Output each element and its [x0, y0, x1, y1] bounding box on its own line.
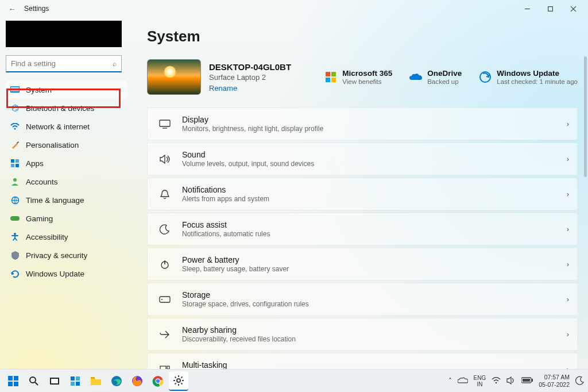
nav-list: System ⌬ Bluetooth & devices Network & i…: [6, 80, 127, 283]
card-power[interactable]: Power & batterySleep, battery usage, bat…: [147, 248, 578, 280]
device-name: DESKTOP-04GL0BT: [209, 62, 291, 72]
windows-update-icon: [479, 71, 492, 83]
nav-label: Bluetooth & devices: [26, 104, 94, 113]
svg-rect-16: [326, 72, 330, 76]
onedrive-tray-icon[interactable]: [458, 377, 468, 385]
svg-point-26: [161, 299, 163, 300]
maximize-button[interactable]: [539, 0, 562, 17]
nav-item-accounts[interactable]: Accounts: [6, 172, 127, 191]
language-indicator[interactable]: ENGIN: [474, 375, 486, 387]
hero-link-update[interactable]: Windows UpdateLast checked: 1 minute ago: [479, 69, 578, 85]
settings-app[interactable]: [169, 371, 188, 391]
widgets-button[interactable]: [65, 371, 85, 391]
nav-label: Gaming: [26, 214, 53, 223]
nav-item-bluetooth[interactable]: ⌬ Bluetooth & devices: [6, 99, 127, 117]
svg-rect-21: [160, 120, 170, 126]
globe-clock-icon: [10, 195, 20, 205]
svg-point-34: [30, 377, 36, 383]
firefox-browser[interactable]: [127, 371, 147, 391]
svg-point-49: [496, 382, 497, 383]
window-controls: [516, 0, 585, 17]
notifications-tray-icon[interactable]: [575, 376, 585, 386]
svg-point-48: [177, 379, 180, 382]
main-content: System DESKTOP-04GL0BT Surface Laptop 2 …: [133, 17, 588, 369]
rename-link[interactable]: Rename: [209, 84, 291, 93]
apps-icon: [10, 159, 20, 168]
clock[interactable]: 07:57 AM05-07-2022: [539, 374, 570, 387]
nav-item-apps[interactable]: Apps: [6, 154, 127, 172]
start-button[interactable]: [3, 371, 23, 391]
tray-chevron-icon[interactable]: ˄: [448, 377, 452, 385]
card-title: Storage: [182, 290, 309, 299]
search-box[interactable]: ⌕: [6, 55, 122, 72]
nav-item-personalisation[interactable]: Personalisation: [6, 136, 127, 154]
svg-rect-51: [532, 379, 533, 382]
nav-label: Privacy & security: [26, 251, 87, 260]
shield-icon: [10, 251, 20, 260]
close-button[interactable]: [562, 0, 585, 17]
card-sub: Discoverability, received files location: [182, 335, 296, 343]
svg-rect-28: [167, 366, 169, 369]
card-sub: Storage space, drives, configuration rul…: [182, 300, 309, 308]
file-explorer[interactable]: [86, 371, 106, 391]
svg-rect-32: [8, 382, 13, 386]
card-sound[interactable]: SoundVolume levels, output, input, sound…: [147, 143, 578, 175]
system-icon: [10, 85, 20, 94]
moon-icon: [158, 224, 172, 235]
svg-point-15: [14, 233, 16, 235]
device-hero: DESKTOP-04GL0BT Surface Laptop 2 Rename …: [147, 59, 578, 95]
wifi-tray-icon[interactable]: [492, 377, 501, 385]
card-sub: Monitors, brightness, night light, displ…: [182, 125, 323, 133]
nav-item-windows-update[interactable]: Windows Update: [6, 264, 127, 283]
svg-rect-25: [160, 297, 170, 302]
nav-item-accessibility[interactable]: Accessibility: [6, 228, 127, 246]
battery-tray-icon[interactable]: [521, 377, 533, 385]
accessibility-icon: [10, 232, 20, 241]
svg-rect-37: [51, 379, 58, 383]
svg-point-6: [14, 128, 16, 130]
card-nearby-sharing[interactable]: Nearby sharingDiscoverability, received …: [147, 318, 578, 351]
svg-rect-33: [14, 382, 18, 386]
nav-label: Accounts: [26, 178, 58, 186]
card-multitasking[interactable]: Multi-taskingSnap windows, desktops, tas…: [147, 353, 578, 369]
svg-point-47: [156, 379, 160, 383]
nav-item-privacy[interactable]: Privacy & security: [6, 246, 127, 264]
search-input[interactable]: [11, 59, 113, 68]
card-notifications[interactable]: NotificationsAlerts from apps and system…: [147, 178, 578, 210]
hero-link-m365[interactable]: Microsoft 365View benefits: [324, 69, 392, 85]
hero-link-onedrive[interactable]: OneDriveBacked up: [409, 69, 462, 85]
bell-icon: [158, 189, 172, 199]
card-storage[interactable]: StorageStorage space, drives, configurat…: [147, 283, 578, 316]
chrome-browser[interactable]: [148, 371, 168, 391]
scrollbar[interactable]: [584, 56, 587, 177]
volume-tray-icon[interactable]: [506, 376, 516, 386]
svg-rect-18: [326, 78, 330, 82]
taskbar-search[interactable]: [24, 371, 44, 391]
taskbar: ˄ ENGIN 07:57 AM05-07-2022: [0, 369, 588, 392]
card-focus-assist[interactable]: Focus assistNotifications, automatic rul…: [147, 213, 578, 245]
chevron-right-icon: ›: [567, 295, 569, 303]
task-view[interactable]: [45, 371, 64, 391]
nav-item-network[interactable]: Network & internet: [6, 117, 127, 136]
chevron-right-icon: ›: [567, 120, 569, 128]
onedrive-icon: [409, 71, 422, 83]
svg-rect-52: [523, 379, 530, 382]
nav-item-system[interactable]: System: [6, 80, 127, 99]
nav-label: Personalisation: [26, 141, 79, 149]
edge-browser[interactable]: [107, 371, 126, 391]
user-account-card[interactable]: [6, 21, 122, 47]
nav-item-time-language[interactable]: Time & language: [6, 191, 127, 209]
settings-card-list: DisplayMonitors, brightness, night light…: [147, 107, 578, 369]
back-button[interactable]: ←: [3, 5, 21, 13]
card-title: Multi-tasking: [182, 360, 304, 369]
wallpaper-thumbnail[interactable]: [147, 59, 201, 95]
storage-icon: [158, 296, 172, 303]
svg-rect-38: [71, 376, 75, 381]
card-title: Sound: [182, 150, 314, 159]
minimize-button[interactable]: [516, 0, 539, 17]
nav-item-gaming[interactable]: Gaming: [6, 209, 127, 228]
card-display[interactable]: DisplayMonitors, brightness, night light…: [147, 107, 578, 140]
chevron-right-icon: ›: [567, 330, 569, 339]
hero-sub: Last checked: 1 minute ago: [497, 78, 578, 85]
window-title: Settings: [24, 5, 49, 13]
